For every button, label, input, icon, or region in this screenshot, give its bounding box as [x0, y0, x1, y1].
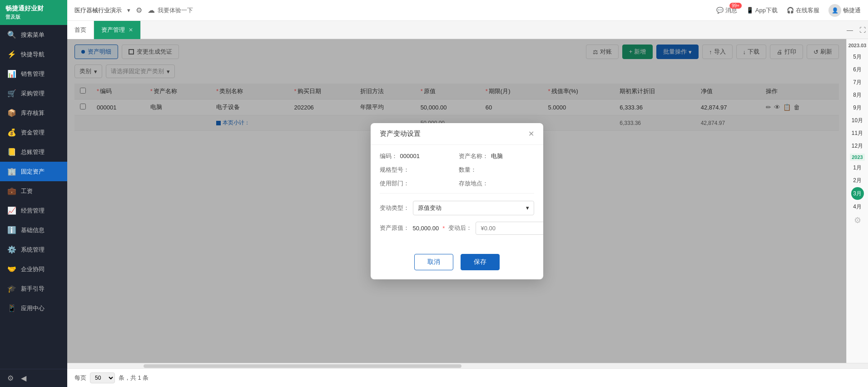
cancel-button[interactable]: 取消	[414, 254, 453, 270]
window-maximize-btn[interactable]: ⛶	[857, 25, 868, 35]
calendar-month-4[interactable]: 4月	[848, 201, 867, 213]
topbar-right: 💬 消息 99+ 📱 App下载 🎧 在线客服 👤 畅捷通	[716, 4, 861, 17]
save-button[interactable]: 保存	[461, 254, 500, 270]
sidebar-item-sales[interactable]: 📊 销售管理	[0, 64, 67, 84]
sidebar-item-guide[interactable]: 🎓 新手引导	[0, 279, 67, 298]
avatar: 👤	[828, 4, 841, 17]
dialog-divider	[380, 193, 534, 194]
sidebar-label-finance: 资金管理	[21, 129, 45, 137]
tab-asset-label: 资产管理	[101, 26, 125, 34]
calendar-month-12[interactable]: 12月	[848, 140, 867, 152]
tab-close-icon[interactable]: ✕	[129, 27, 133, 33]
calendar-month-2[interactable]: 2月	[848, 174, 867, 186]
location-label: 存放地点：	[459, 179, 488, 188]
main: 医疗器械行业演示 ▾ ⚙ ☁ 我要体验一下 💬 消息 99+ 📱 App下载 🎧…	[67, 0, 868, 387]
right-sidebar-calendar: 2023.03 5月 6月 7月 8月 9月 10月 11月 12月 2023 …	[846, 39, 868, 363]
content-area: 资产明细 变更生成凭证 ⚖ 对账 + 新增 批量操作 ▾	[67, 39, 868, 363]
sidebar-item-basic[interactable]: ℹ️ 基础信息	[0, 220, 67, 240]
collapse-icon[interactable]: ◀	[21, 374, 26, 382]
page-content: 资产明细 变更生成凭证 ⚖ 对账 + 新增 批量操作 ▾	[67, 39, 846, 363]
code-value: 000001	[400, 153, 420, 159]
sidebar-header: 畅捷通好业财 普及版	[0, 0, 67, 25]
sidebar-bottom: ⚙ ◀	[0, 369, 67, 387]
dialog-close-btn[interactable]: ✕	[528, 129, 534, 138]
change-type-select[interactable]: 原值变动 ▾	[413, 201, 534, 215]
per-page-label: 每页	[74, 374, 86, 382]
sidebar-item-system[interactable]: ⚙️ 系统管理	[0, 240, 67, 259]
sidebar-item-appcenter[interactable]: 📱 应用中心	[0, 298, 67, 318]
tab-asset-management[interactable]: 资产管理 ✕	[94, 21, 141, 39]
change-type-dropdown-icon: ▾	[526, 204, 529, 211]
sidebar-item-purchase[interactable]: 🛒 采购管理	[0, 84, 67, 103]
app-name: 畅捷通好业财	[5, 5, 44, 13]
calendar-month-7[interactable]: 7月	[848, 76, 867, 88]
sidebar-item-quicknav[interactable]: ⚡ 快捷导航	[0, 45, 67, 64]
message-icon: 💬	[716, 7, 724, 14]
service-icon: 🎧	[787, 7, 794, 14]
asset-change-dialog: 资产变动设置 ✕ 编码： 000001 资产名称： 电脑	[371, 123, 543, 279]
settings-gear-icon[interactable]: ⚙	[136, 6, 142, 15]
app-download-label: App下载	[755, 6, 778, 15]
calendar-month-6[interactable]: 6月	[848, 64, 867, 75]
tab-home[interactable]: 首页	[67, 21, 94, 39]
app-download-btn[interactable]: 📱 App下载	[746, 6, 778, 15]
company-name: 医疗器械行业演示	[74, 6, 122, 15]
bottom-scrollbar[interactable]	[67, 363, 868, 368]
after-value-input[interactable]	[476, 222, 543, 235]
calendar-settings-icon[interactable]: ⚙	[854, 215, 861, 225]
sidebar-item-fixed[interactable]: 🏢 固定资产	[0, 162, 67, 181]
settings-icon[interactable]: ⚙	[7, 374, 14, 382]
sidebar-label-fixed: 固定资产	[21, 168, 45, 176]
sidebar-label-purchase: 采购管理	[21, 89, 45, 98]
calendar-month-10[interactable]: 10月	[848, 114, 867, 126]
window-minimize-btn[interactable]: —	[844, 25, 855, 35]
username-label: 畅捷通	[843, 6, 861, 15]
cloud-icon: ☁	[148, 6, 155, 15]
sidebar-label-salary: 工资	[21, 187, 33, 195]
online-service-btn[interactable]: 🎧 在线客服	[787, 6, 819, 15]
code-label: 编码：	[380, 152, 397, 160]
sidebar-label-search: 搜索菜单	[21, 31, 45, 39]
user-btn[interactable]: 👤 畅捷通	[828, 4, 861, 17]
sidebar-item-finance[interactable]: 💰 资金管理	[0, 123, 67, 142]
sidebar-label-appcenter: 应用中心	[21, 304, 45, 313]
experience-btn[interactable]: ☁ 我要体验一下	[148, 6, 193, 15]
sidebar-item-salary[interactable]: 💼 工资	[0, 181, 67, 201]
sidebar-scroll: 🔍 搜索菜单 ⚡ 快捷导航 📊 销售管理 🛒 采购管理 📦 库存核算 💰 资金管…	[0, 25, 67, 369]
dialog-field-location: 存放地点：	[459, 179, 534, 188]
modal-overlay: 资产变动设置 ✕ 编码： 000001 资产名称： 电脑	[67, 39, 846, 363]
sidebar-item-search[interactable]: 🔍 搜索菜单	[0, 25, 67, 45]
calendar-month-1[interactable]: 1月	[848, 162, 867, 174]
guide-icon: 🎓	[7, 284, 16, 293]
spec-label: 规格型号：	[380, 166, 409, 174]
per-page-select[interactable]: 50 100 200	[90, 372, 115, 383]
message-btn[interactable]: 💬 消息 99+	[716, 6, 737, 15]
finance-icon: 💰	[7, 128, 16, 137]
system-icon: ⚙️	[7, 245, 16, 254]
calendar-month-8[interactable]: 8月	[848, 89, 867, 101]
dialog-field-quantity: 数量：	[459, 166, 534, 174]
sidebar-item-ledger[interactable]: 📒 总账管理	[0, 142, 67, 162]
tabbar: 首页 资产管理 ✕ — ⛶	[67, 21, 868, 39]
calendar-month-5[interactable]: 5月	[848, 51, 867, 63]
change-type-value: 原值变动	[418, 204, 441, 212]
page-footer: 每页 50 100 200 条，共 1 条	[67, 368, 868, 387]
quantity-label: 数量：	[459, 166, 476, 174]
sidebar-item-enterprise[interactable]: 🤝 企业协同	[0, 259, 67, 279]
dialog-row-1: 编码： 000001 资产名称： 电脑	[380, 152, 534, 160]
calendar-month-3-active[interactable]: 3月	[851, 187, 864, 200]
scrollbar-thumb[interactable]	[144, 364, 461, 368]
dialog-field-dept: 使用部门：	[380, 179, 455, 188]
dialog-footer: 取消 保存	[371, 248, 543, 279]
asset-name-label: 资产名称：	[459, 152, 488, 160]
dialog-body: 编码： 000001 资产名称： 电脑 规格型号：	[371, 145, 543, 248]
sidebar-item-inventory[interactable]: 📦 库存核算	[0, 103, 67, 123]
basic-icon: ℹ️	[7, 226, 16, 234]
sidebar-item-operation[interactable]: 📈 经营管理	[0, 201, 67, 220]
asset-name-value: 电脑	[491, 152, 503, 160]
calendar-month-11[interactable]: 11月	[848, 127, 867, 139]
salary-icon: 💼	[7, 187, 16, 195]
appcenter-icon: 📱	[7, 304, 16, 313]
calendar-month-9[interactable]: 9月	[848, 102, 867, 114]
company-dropdown-icon[interactable]: ▾	[127, 7, 130, 14]
